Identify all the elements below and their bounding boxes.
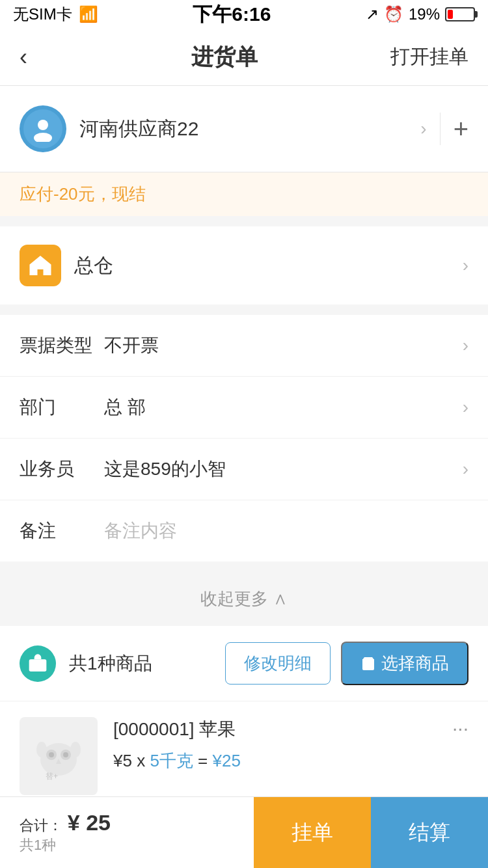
invoice-label: 票据类型 bbox=[20, 333, 98, 358]
svg-point-10 bbox=[36, 742, 47, 757]
product-unit-price: ¥5 bbox=[113, 751, 132, 770]
warehouse-icon bbox=[20, 245, 61, 286]
checkout-button[interactable]: 结算 bbox=[371, 797, 488, 868]
product-thumbnail: 替+ bbox=[20, 717, 98, 795]
form-section: 票据类型 不开票 › 部门 总 部 › 业务员 这是859的小智 › 备注 备注… bbox=[0, 315, 488, 562]
carrier-text: 无SIM卡 bbox=[13, 4, 72, 25]
modify-detail-button[interactable]: 修改明细 bbox=[225, 642, 331, 685]
total-count: 共1种 bbox=[20, 835, 234, 855]
department-value: 总 部 bbox=[98, 395, 463, 420]
hang-order-button[interactable]: 挂单 bbox=[254, 797, 371, 868]
svg-point-1 bbox=[34, 133, 52, 142]
department-label: 部门 bbox=[20, 395, 98, 420]
select-product-button[interactable]: 选择商品 bbox=[341, 642, 468, 685]
status-left: 无SIM卡 📶 bbox=[13, 4, 98, 25]
product-code: [0000001] bbox=[113, 719, 195, 739]
battery-icon bbox=[445, 7, 475, 21]
content-area: 河南供应商22 › + 应付-20元，现结 总仓 › 票据类型 不开票 › 部门… bbox=[0, 86, 488, 868]
alarm-icon: ⏰ bbox=[384, 5, 403, 23]
supplier-row[interactable]: 河南供应商22 › + bbox=[0, 86, 488, 172]
product-equals: = bbox=[198, 751, 212, 770]
product-section: 共1种商品 修改明细 选择商品 bbox=[0, 626, 488, 811]
supplier-section: 河南供应商22 › + 应付-20元，现结 bbox=[0, 86, 488, 216]
status-right: ↗ ⏰ 19% bbox=[366, 5, 475, 23]
back-button[interactable]: ‹ bbox=[20, 44, 59, 71]
supplier-avatar bbox=[20, 105, 66, 152]
salesman-chevron-icon: › bbox=[463, 459, 468, 480]
salesman-label: 业务员 bbox=[20, 457, 98, 481]
warehouse-row[interactable]: 总仓 › bbox=[0, 226, 488, 305]
divider bbox=[440, 113, 441, 145]
warehouse-section: 总仓 › bbox=[0, 226, 488, 305]
svg-point-0 bbox=[38, 120, 48, 130]
product-total: ¥25 bbox=[213, 751, 241, 770]
warehouse-name: 总仓 bbox=[74, 252, 463, 279]
avatar-inner bbox=[23, 109, 62, 148]
total-label: 合计： bbox=[20, 817, 62, 834]
cart-icon bbox=[360, 656, 376, 671]
open-pending-button[interactable]: 打开挂单 bbox=[390, 44, 468, 70]
product-multiply: x bbox=[137, 751, 150, 770]
salesman-row[interactable]: 业务员 这是859的小智 › bbox=[0, 438, 488, 500]
remark-label: 备注 bbox=[20, 519, 98, 543]
product-quantity: 5千克 bbox=[150, 751, 193, 770]
wifi-icon: 📶 bbox=[79, 5, 98, 23]
salesman-value: 这是859的小智 bbox=[98, 457, 463, 481]
product-info: [0000001] 苹果 ¥5 x 5千克 = ¥25 bbox=[113, 717, 452, 772]
status-bar: 无SIM卡 📶 下午6:16 ↗ ⏰ 19% bbox=[0, 0, 488, 29]
product-item: 替+ [0000001] 苹果 ¥5 x 5千克 = ¥25 ··· bbox=[0, 701, 488, 811]
product-more-button[interactable]: ··· bbox=[452, 717, 468, 739]
supplier-name: 河南供应商22 bbox=[79, 116, 420, 142]
invoice-chevron-icon: › bbox=[463, 335, 468, 356]
owl-logo-icon: 替+ bbox=[33, 730, 85, 782]
warehouse-chevron-icon: › bbox=[463, 255, 468, 276]
product-title: 苹果 bbox=[199, 719, 236, 739]
svg-point-8 bbox=[63, 752, 68, 757]
bottom-bar: 合计： ¥ 25 共1种 挂单 结算 bbox=[0, 796, 488, 868]
add-supplier-button[interactable]: + bbox=[454, 116, 468, 142]
total-amount: ¥ 25 bbox=[68, 810, 111, 835]
svg-rect-2 bbox=[29, 659, 47, 671]
location-icon: ↗ bbox=[366, 5, 379, 23]
select-product-label: 选择商品 bbox=[381, 652, 449, 675]
status-time: 下午6:16 bbox=[193, 1, 271, 28]
collapse-row[interactable]: 收起更多 ∧ bbox=[0, 572, 488, 626]
svg-point-7 bbox=[49, 752, 54, 757]
department-row[interactable]: 部门 总 部 › bbox=[0, 376, 488, 438]
svg-text:替+: 替+ bbox=[46, 772, 58, 781]
nav-bar: ‹ 进货单 打开挂单 bbox=[0, 29, 488, 86]
bottom-total: 合计： ¥ 25 共1种 bbox=[0, 797, 254, 868]
total-row: 合计： ¥ 25 bbox=[20, 810, 234, 835]
svg-point-11 bbox=[70, 742, 81, 757]
invoice-value: 不开票 bbox=[98, 333, 463, 358]
remark-row[interactable]: 备注 备注内容 bbox=[0, 500, 488, 562]
remark-input[interactable]: 备注内容 bbox=[98, 519, 468, 543]
page-title: 进货单 bbox=[191, 42, 258, 72]
department-chevron-icon: › bbox=[463, 397, 468, 418]
product-header: 共1种商品 修改明细 选择商品 bbox=[0, 626, 488, 701]
battery-fill bbox=[448, 10, 453, 19]
battery-pct: 19% bbox=[409, 5, 440, 23]
product-name: [0000001] 苹果 bbox=[113, 717, 452, 742]
invoice-row[interactable]: 票据类型 不开票 › bbox=[0, 315, 488, 376]
product-price-row: ¥5 x 5千克 = ¥25 bbox=[113, 750, 452, 772]
supplier-alert: 应付-20元，现结 bbox=[0, 172, 488, 216]
product-icon bbox=[20, 645, 56, 682]
supplier-chevron-icon: › bbox=[420, 118, 426, 139]
product-count: 共1种商品 bbox=[69, 651, 225, 676]
